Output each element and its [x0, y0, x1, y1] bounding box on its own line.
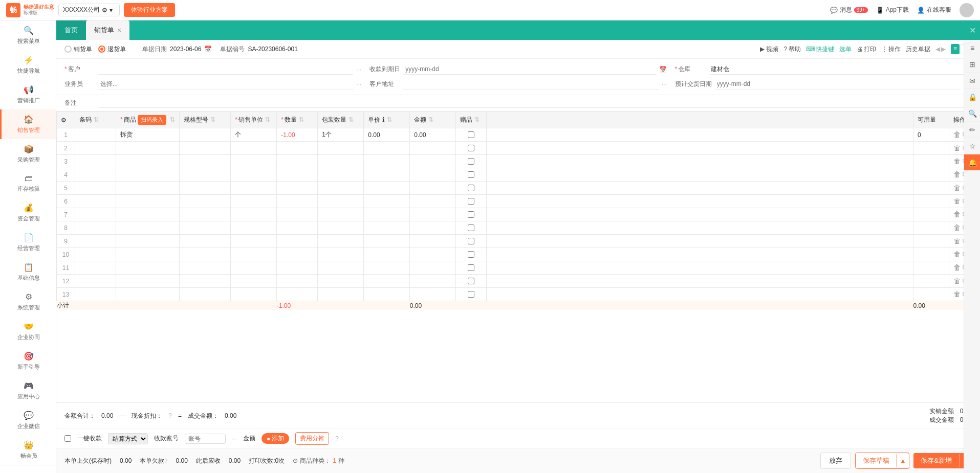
barcode-sort-icon[interactable]: ⇅: [94, 116, 99, 123]
gift-checkbox[interactable]: [468, 264, 474, 271]
sidebar-item-purchase[interactable]: 📦 采购管理: [0, 139, 56, 169]
trial-button[interactable]: 体验行业方案: [124, 3, 175, 17]
delete-icon[interactable]: 🗑: [953, 250, 961, 259]
tab-close-all[interactable]: ✕: [969, 26, 980, 35]
sidebar-collapse-btn[interactable]: ◀: [9, 469, 17, 473]
gift-checkbox[interactable]: [468, 158, 474, 165]
save-draft-button[interactable]: 保存草稿: [856, 453, 897, 468]
gift-checkbox[interactable]: [468, 131, 474, 138]
salesperson-input[interactable]: [98, 79, 353, 89]
right-panel-grid-icon[interactable]: ⊞: [964, 56, 980, 73]
radio-sale[interactable]: 销货单: [64, 45, 92, 54]
right-panel-star-icon[interactable]: ☆: [964, 138, 980, 154]
unitprice-sort-icon[interactable]: ⇅: [387, 116, 392, 123]
add-button[interactable]: ● 添加: [262, 433, 289, 444]
sidebar-item-marketing[interactable]: 📢 营销推广: [0, 80, 56, 109]
sidebar-item-operations[interactable]: 📄 经营管理: [0, 228, 56, 257]
sidebar-item-cooperation[interactable]: 🤝 企业协同: [0, 317, 56, 346]
message-item[interactable]: 💬 消息 99+: [830, 6, 868, 14]
qty-sort-icon[interactable]: ⇅: [299, 116, 304, 123]
sidebar-item-search[interactable]: 🔍 搜索菜单: [0, 20, 56, 50]
radio-return[interactable]: 退货单: [98, 45, 126, 54]
salesperson-dots-icon[interactable]: ···: [356, 81, 361, 88]
account-dots-icon[interactable]: ···: [232, 435, 237, 442]
delete-icon[interactable]: 🗑: [953, 290, 961, 299]
expense-info-icon[interactable]: ?: [335, 435, 339, 442]
history-btn[interactable]: 历史单据: [906, 45, 930, 54]
table-settings-icon[interactable]: ⚙: [61, 117, 67, 124]
expected-date-input[interactable]: [715, 79, 961, 89]
sidebar-item-sales[interactable]: 🏠 销售管理: [0, 109, 56, 139]
packqty-sort-icon[interactable]: ⇅: [349, 116, 354, 123]
gift-checkbox[interactable]: [468, 238, 474, 244]
delete-icon[interactable]: 🗑: [953, 130, 961, 139]
gift-sort-icon[interactable]: ⇅: [474, 116, 480, 123]
delete-icon[interactable]: 🗑: [953, 210, 961, 219]
customer-dots-icon[interactable]: ···: [356, 66, 361, 73]
delete-icon[interactable]: 🗑: [953, 263, 961, 272]
remarks-input[interactable]: [99, 98, 972, 108]
expense-btn[interactable]: 费用分摊: [295, 432, 329, 445]
spec-sort-icon[interactable]: ⇅: [210, 116, 215, 123]
tab-home[interactable]: 首页: [56, 20, 86, 40]
one-click-pay-checkbox[interactable]: [64, 435, 71, 442]
gift-checkbox[interactable]: [468, 145, 474, 151]
delete-icon[interactable]: 🗑: [953, 223, 961, 232]
next-arrow[interactable]: ▶: [941, 46, 946, 53]
tab-close-icon[interactable]: ×: [117, 26, 121, 34]
right-panel-mail-icon[interactable]: ✉: [964, 73, 980, 89]
sidebar-settings-btn[interactable]: ⚙: [0, 469, 9, 473]
user-avatar[interactable]: [960, 3, 974, 17]
sidebar-item-wechat[interactable]: 💬 企业微信: [0, 406, 56, 435]
right-panel-lock-icon[interactable]: 🔒: [964, 89, 980, 105]
gift-checkbox[interactable]: [468, 278, 474, 284]
gift-checkbox[interactable]: [468, 211, 474, 218]
payment-method-select[interactable]: 结算方式: [108, 433, 148, 444]
sidebar-item-members[interactable]: 👑 畅会员: [0, 435, 56, 465]
question-icon[interactable]: ?: [168, 412, 172, 419]
debt-info-icon[interactable]: ?: [164, 458, 167, 464]
print-btn[interactable]: 🖨 打印: [857, 45, 876, 54]
sidebar-item-basic-info[interactable]: 📋 基础信息: [0, 257, 56, 287]
shortcut-btn[interactable]: ⌨ 快捷键: [806, 45, 834, 54]
gift-checkbox[interactable]: [468, 171, 474, 178]
delete-icon[interactable]: 🗑: [953, 237, 961, 245]
scan-button[interactable]: 扫码录入: [138, 115, 166, 125]
help-btn[interactable]: ? 帮助: [783, 45, 801, 54]
right-panel-edit-icon[interactable]: ✏: [964, 122, 980, 138]
sidebar-item-inventory[interactable]: 🗃 库存核算: [0, 169, 56, 198]
gift-checkbox[interactable]: [468, 185, 474, 191]
prev-arrow[interactable]: ◀: [935, 46, 940, 53]
unit-sort-icon[interactable]: ⇅: [265, 116, 270, 123]
warehouse-input[interactable]: [709, 64, 964, 75]
account-input[interactable]: [185, 434, 226, 444]
sidebar-item-quick-nav[interactable]: ⚡ 快捷导航: [0, 50, 56, 80]
delete-icon[interactable]: 🗑: [953, 144, 961, 152]
sidebar-item-finance[interactable]: 💰 资金管理: [0, 198, 56, 228]
app-download-item[interactable]: 📱 App下载: [876, 6, 909, 14]
gift-checkbox[interactable]: [468, 251, 474, 258]
video-btn[interactable]: ▶ 视频: [760, 45, 778, 54]
company-selector[interactable]: XXXXXX公司 ⚙ ▾: [58, 4, 120, 16]
customer-addr-dots-icon[interactable]: ···: [662, 81, 667, 88]
right-panel-notify-icon[interactable]: 🔔: [964, 154, 980, 171]
list-view-icon[interactable]: ≡: [951, 44, 960, 54]
discard-button[interactable]: 放弃: [820, 453, 851, 469]
gift-checkbox[interactable]: [468, 224, 474, 231]
goods-sort-icon[interactable]: ⇅: [170, 116, 175, 123]
due-date-input[interactable]: [403, 64, 656, 75]
operation-btn[interactable]: ⋮ 操作: [881, 45, 901, 54]
delete-icon[interactable]: 🗑: [953, 197, 961, 206]
delete-icon[interactable]: 🗑: [953, 277, 961, 285]
delete-icon[interactable]: 🗑: [953, 170, 961, 179]
sidebar-item-system[interactable]: ⚙ 系统管理: [0, 287, 56, 317]
save-draft-arrow-icon[interactable]: ▲: [897, 454, 909, 467]
close-all-icon[interactable]: ✕: [969, 26, 976, 35]
calendar-icon[interactable]: 📅: [204, 46, 212, 53]
right-panel-list-icon[interactable]: ≡: [964, 40, 980, 56]
online-service-item[interactable]: 👤 在线客服: [917, 6, 951, 14]
gift-checkbox[interactable]: [468, 198, 474, 205]
sidebar-item-app-center[interactable]: 🎮 应用中心: [0, 376, 56, 406]
tab-sales-order[interactable]: 销货单 ×: [86, 20, 129, 40]
sidebar-item-guide[interactable]: 🎯 新手引导: [0, 346, 56, 376]
